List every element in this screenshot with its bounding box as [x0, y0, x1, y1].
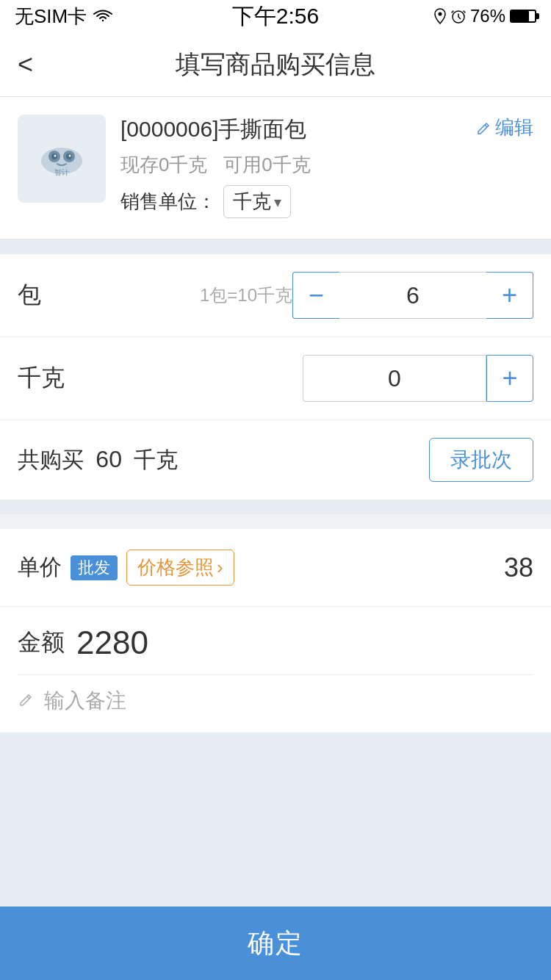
product-card: 智计 [0000006]手撕面包 编辑 现存0千克 可用0千克 销售单位： 千克…	[0, 97, 551, 239]
amount-section: 金额 2280 输入备注	[0, 607, 551, 732]
unit-select[interactable]: 千克 ▾	[223, 185, 291, 218]
price-section: 单价 批发 价格参照 › 38	[0, 529, 551, 607]
status-carrier: 无SIM卡	[15, 4, 113, 29]
section-separator-1	[0, 239, 551, 254]
svg-point-0	[438, 12, 442, 16]
back-button[interactable]: <	[18, 49, 33, 80]
kg-qty-controls: +	[303, 355, 533, 402]
product-info: [0000006]手撕面包 编辑 现存0千克 可用0千克 销售单位： 千克 ▾	[120, 115, 533, 218]
carrier-text: 无SIM卡	[15, 4, 87, 29]
kg-qty-row: 千克 +	[0, 337, 551, 420]
alarm-icon	[451, 8, 466, 24]
status-bar: 无SIM卡 下午2:56 76%	[0, 0, 551, 32]
page-title: 填写商品购买信息	[176, 48, 375, 82]
bottom-spacer	[0, 732, 551, 923]
pack-hint: 1包=10千克	[200, 284, 292, 307]
product-stock: 现存0千克 可用0千克	[120, 152, 533, 178]
status-right: 76%	[433, 6, 536, 26]
pack-plus-button[interactable]: +	[486, 272, 533, 319]
kg-plus-button[interactable]: +	[486, 355, 533, 402]
price-ref-button[interactable]: 价格参照 ›	[126, 550, 234, 586]
product-logo-icon: 智计	[35, 140, 88, 177]
status-time: 下午2:56	[232, 1, 319, 32]
note-row[interactable]: 输入备注	[18, 674, 533, 732]
battery-icon	[510, 10, 536, 23]
total-row: 共购买 60 千克 录批次	[0, 420, 551, 500]
total-text: 共购买 60 千克	[18, 445, 178, 475]
battery-percent: 76%	[470, 6, 505, 26]
confirm-button[interactable]: 确定	[0, 907, 551, 980]
product-name: [0000006]手撕面包	[120, 115, 306, 145]
pack-qty-row: 包 1包=10千克 − +	[0, 254, 551, 337]
kg-label: 千克	[18, 364, 65, 391]
price-row: 单价 批发 价格参照 › 38	[0, 529, 551, 607]
nav-bar: < 填写商品购买信息	[0, 32, 551, 97]
quantity-section: 包 1包=10千克 − + 千克 + 共购买 60 千克	[0, 254, 551, 500]
note-placeholder: 输入备注	[44, 687, 126, 715]
pack-label: 包	[18, 279, 194, 311]
edit-button[interactable]: 编辑	[476, 115, 533, 140]
amount-value: 2280	[76, 624, 148, 661]
pack-qty-controls: − +	[292, 272, 533, 319]
amount-label: 金额	[18, 627, 65, 659]
confirm-button-label: 确定	[248, 926, 303, 962]
location-icon	[433, 8, 447, 24]
price-tag: 批发	[71, 555, 118, 580]
edit-icon	[476, 120, 492, 136]
amount-row: 金额 2280	[18, 624, 533, 661]
chevron-down-icon: ▾	[274, 193, 281, 211]
section-separator-2	[0, 500, 551, 514]
pack-minus-button[interactable]: −	[292, 272, 339, 319]
unit-label: 销售单位：	[120, 189, 216, 215]
price-value: 38	[504, 552, 533, 583]
pencil-icon	[18, 689, 37, 713]
price-label: 单价	[18, 552, 62, 583]
svg-text:智计: 智计	[54, 168, 69, 176]
product-thumbnail: 智计	[18, 115, 106, 203]
total-value: 60	[96, 446, 122, 472]
price-label-group: 单价 批发 价格参照 ›	[18, 550, 234, 586]
product-unit-row: 销售单位： 千克 ▾	[120, 185, 533, 218]
svg-point-8	[69, 155, 71, 157]
wifi-icon	[93, 9, 113, 24]
batch-button[interactable]: 录批次	[429, 438, 533, 482]
svg-point-7	[54, 155, 57, 157]
pack-qty-input[interactable]	[339, 272, 486, 319]
kg-qty-input[interactable]	[303, 355, 486, 402]
